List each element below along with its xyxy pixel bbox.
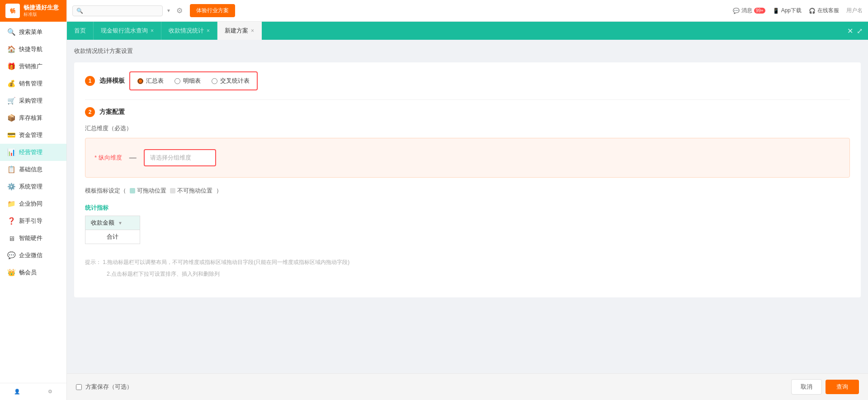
sidebar-item-enterprise-collab[interactable]: 📁 企业协同 bbox=[0, 195, 66, 212]
query-button[interactable]: 查询 bbox=[826, 380, 859, 394]
sales-icon: 💰 bbox=[7, 80, 15, 88]
search-menu-icon: 🔍 bbox=[7, 28, 15, 36]
sidebar-item-smart-hardware[interactable]: 🖥 智能硬件 bbox=[0, 230, 66, 247]
sidebar-item-label: 快捷导航 bbox=[19, 45, 42, 53]
hint-section: 提示： 1.拖动标题栏可以调整布局，不可跨维度或指标区域拖动目字段(只能在同一维… bbox=[85, 257, 850, 279]
tab-receipt-stats[interactable]: 收款情况统计 × bbox=[161, 22, 217, 40]
sidebar-item-system[interactable]: ⚙️ 系统管理 bbox=[0, 178, 66, 195]
trial-btn[interactable]: 体验行业方案 bbox=[190, 4, 235, 17]
sidebar-item-purchase[interactable]: 🛒 采购管理 bbox=[0, 92, 66, 109]
settings-card: 1 选择模板 汇总表 明细表 交叉统计表 bbox=[74, 62, 861, 297]
metrics-section: 模板指标设定（ 可拖动位置 不可拖动位置 ） 统计指标 bbox=[85, 187, 850, 248]
sidebar-item-new-guide[interactable]: ❓ 新手引导 bbox=[0, 212, 66, 230]
online-support-item[interactable]: 🎧 在线客服 bbox=[809, 7, 839, 14]
message-label: 消息 bbox=[741, 7, 752, 14]
search-icon: 🔍 bbox=[76, 8, 83, 14]
gear-icon[interactable]: ⚙ bbox=[176, 6, 183, 15]
sidebar-item-inventory[interactable]: 📦 库存核算 bbox=[0, 109, 66, 127]
metrics-header-text: 模板指标设定（ bbox=[85, 187, 126, 195]
sidebar-item-label: 系统管理 bbox=[19, 183, 42, 191]
sidebar-bottom-user[interactable]: 👤 bbox=[12, 387, 22, 396]
topbar: 🔍 ▼ ⚙ 体验行业方案 💬 消息 99+ 📱 App下载 🎧 在线客服 用户名 bbox=[67, 0, 868, 22]
step2-section: 2 方案配置 汇总维度（必选） * 纵向维度 — 请选择分组维度 bbox=[85, 107, 850, 279]
sidebar-item-capital[interactable]: 💳 资金管理 bbox=[0, 127, 66, 144]
tab-close-icon[interactable]: ✕ bbox=[847, 27, 853, 35]
tab-expand-icon[interactable]: ⤢ bbox=[857, 27, 863, 35]
cancel-button[interactable]: 取消 bbox=[791, 379, 822, 395]
tab-receipt-stats-close-icon[interactable]: × bbox=[207, 28, 210, 33]
sidebar-item-label: 新手引导 bbox=[19, 217, 42, 225]
tab-bank-flow[interactable]: 现金银行流水查询 × bbox=[94, 22, 161, 40]
tab-bank-flow-label: 现金银行流水查询 bbox=[101, 27, 148, 35]
tab-new-plan[interactable]: 新建方案 × bbox=[217, 22, 262, 40]
radio-summary[interactable]: 汇总表 bbox=[137, 77, 164, 85]
radio-summary-input[interactable] bbox=[137, 78, 143, 84]
inventory-icon: 📦 bbox=[7, 114, 15, 122]
purchase-icon: 🛒 bbox=[7, 97, 15, 105]
logo: 畅 畅捷通好生意 标准版 bbox=[0, 0, 66, 22]
sidebar-item-basic-info[interactable]: 📋 基础信息 bbox=[0, 161, 66, 178]
sidebar-item-label: 营销推广 bbox=[19, 62, 42, 71]
capital-icon: 💳 bbox=[7, 131, 15, 139]
tab-bank-flow-close-icon[interactable]: × bbox=[151, 28, 154, 33]
tabs-actions: ✕ ⤢ bbox=[842, 22, 868, 40]
page-title: 收款情况统计方案设置 bbox=[74, 47, 861, 55]
metrics-header-close: ） bbox=[216, 187, 222, 195]
sidebar-item-label: 采购管理 bbox=[19, 97, 42, 105]
sidebar-bottom-settings[interactable]: ⚙ bbox=[46, 387, 54, 396]
sidebar-item-label: 销售管理 bbox=[19, 80, 42, 88]
tab-home-label: 首页 bbox=[74, 27, 86, 35]
save-plan-checkbox[interactable] bbox=[76, 384, 82, 390]
online-support-label: 在线客服 bbox=[817, 7, 839, 14]
radio-cross[interactable]: 交叉统计表 bbox=[212, 77, 250, 85]
sidebar-item-marketing[interactable]: 🎁 营销推广 bbox=[0, 58, 66, 75]
sidebar-item-sales[interactable]: 💰 销售管理 bbox=[0, 75, 66, 92]
metrics-title: 统计指标 bbox=[85, 204, 850, 212]
marketing-icon: 🎁 bbox=[7, 62, 15, 71]
logo-title: 畅捷通好生意 bbox=[24, 4, 59, 11]
radio-detail[interactable]: 明细表 bbox=[175, 77, 201, 85]
sidebar-item-operation[interactable]: 📊 经营管理 bbox=[0, 144, 66, 161]
radio-detail-input[interactable] bbox=[175, 78, 180, 84]
tab-new-plan-close-icon[interactable]: × bbox=[251, 28, 254, 33]
metrics-column-dropdown-icon[interactable]: ▼ bbox=[118, 221, 123, 226]
tab-new-plan-label: 新建方案 bbox=[225, 27, 248, 35]
sidebar-item-member[interactable]: 👑 畅会员 bbox=[0, 264, 66, 281]
radio-detail-label: 明细表 bbox=[183, 77, 201, 85]
metrics-header: 模板指标设定（ 可拖动位置 不可拖动位置 ） bbox=[85, 187, 850, 195]
message-badge: 99+ bbox=[754, 8, 765, 14]
step2-number: 2 bbox=[85, 107, 95, 117]
app-download-item[interactable]: 📱 App下载 bbox=[773, 7, 802, 14]
legend-fixed: 不可拖动位置 bbox=[170, 187, 212, 195]
legend-draggable-label: 可拖动位置 bbox=[137, 187, 166, 195]
radio-cross-input[interactable] bbox=[212, 78, 217, 84]
sidebar-item-enterprise-wechat[interactable]: 💬 企业微信 bbox=[0, 247, 66, 264]
radio-summary-label: 汇总表 bbox=[146, 77, 164, 85]
sidebar-item-label: 资金管理 bbox=[19, 131, 42, 139]
sidebar-item-quick-nav[interactable]: 🏠 快捷导航 bbox=[0, 41, 66, 58]
system-icon: ⚙️ bbox=[7, 183, 15, 191]
dropdown-arrow-icon[interactable]: ▼ bbox=[166, 8, 171, 13]
topbar-right: 💬 消息 99+ 📱 App下载 🎧 在线客服 用户名 bbox=[733, 7, 863, 14]
search-input[interactable] bbox=[85, 8, 148, 14]
step1-title: 选择模板 bbox=[99, 77, 125, 85]
main: 🔍 ▼ ⚙ 体验行业方案 💬 消息 99+ 📱 App下载 🎧 在线客服 用户名 bbox=[67, 0, 868, 400]
dimension-selector[interactable]: 请选择分组维度 bbox=[144, 149, 216, 166]
topbar-user: 用户名 bbox=[846, 7, 863, 14]
app-icon: 📱 bbox=[773, 8, 779, 14]
logo-sub: 标准版 bbox=[24, 11, 59, 18]
save-plan-label: 方案保存（可选） bbox=[85, 383, 132, 391]
sidebar-item-search-menu[interactable]: 🔍 搜索菜单 bbox=[0, 24, 66, 41]
message-item[interactable]: 💬 消息 99+ bbox=[733, 7, 765, 14]
sidebar-bottom: 👤 ⚙ bbox=[0, 383, 66, 400]
legend-draggable: 可拖动位置 bbox=[130, 187, 166, 195]
sidebar: 畅 畅捷通好生意 标准版 🔍 搜索菜单 🏠 快捷导航 🎁 营销推广 💰 销售管理… bbox=[0, 0, 67, 400]
sidebar-nav: 🔍 搜索菜单 🏠 快捷导航 🎁 营销推广 💰 销售管理 🛒 采购管理 📦 库存核… bbox=[0, 22, 66, 383]
tab-home[interactable]: 首页 bbox=[67, 22, 94, 40]
legend-fixed-dot bbox=[170, 188, 175, 193]
dimension-row: * 纵向维度 — 请选择分组维度 bbox=[94, 149, 840, 166]
metrics-table-header[interactable]: 收款金额 ▼ bbox=[85, 216, 140, 230]
sidebar-item-label: 智能硬件 bbox=[19, 234, 42, 242]
footer: 方案保存（可选） 取消 查询 bbox=[67, 373, 868, 400]
topbar-search[interactable]: 🔍 bbox=[72, 5, 163, 16]
